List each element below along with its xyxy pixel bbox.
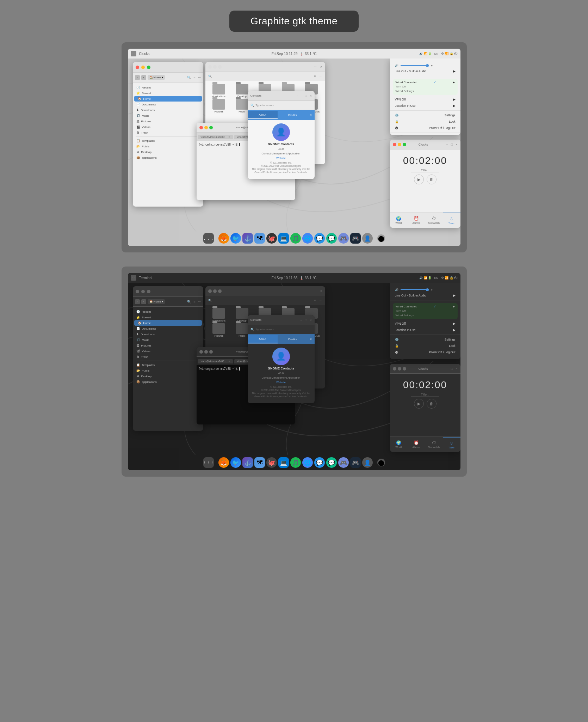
dock-firefox[interactable]: 🦊 — [218, 233, 229, 244]
dark-sidebar-desktop[interactable]: 🖥Desktop — [133, 373, 203, 379]
dark-dock-spotify[interactable]: 🎵 — [290, 457, 301, 468]
term-max[interactable] — [209, 126, 213, 129]
dark-dock-element[interactable]: 💬 — [326, 457, 337, 468]
app-grid-icon[interactable]: ⋮⋮ — [131, 51, 136, 56]
contacts-close[interactable]: × — [310, 113, 312, 117]
sidebar-music[interactable]: 🎵Music — [133, 113, 203, 118]
dark-contacts-search[interactable]: 🔍 Type to search — [248, 325, 315, 334]
power-off-item[interactable]: ⏻ Power Off / Log Out — [390, 125, 460, 131]
dark-sidebar-documents[interactable]: 📄Documents — [133, 326, 203, 331]
dark-min-btn[interactable] — [141, 290, 145, 293]
dark-turn-off[interactable]: Turn Off — [396, 308, 455, 313]
dock-apps[interactable]: ⋮⋮⋮ — [203, 233, 214, 244]
dark-nav-forward[interactable]: › — [141, 299, 146, 304]
sidebar-public[interactable]: 📂Public — [133, 143, 203, 149]
dark-dock-apps[interactable]: ⋮⋮⋮ — [203, 457, 214, 468]
dock-github[interactable]: 🐙 — [266, 233, 277, 244]
close-btn[interactable] — [136, 66, 139, 69]
dark-close-btn[interactable] — [136, 290, 139, 293]
sidebar-documents[interactable]: 📄Documents — [133, 102, 203, 107]
dark-fm-max[interactable] — [218, 289, 222, 293]
dark-contacts-tab-credits[interactable]: Credits — [278, 336, 308, 343]
volume-slider[interactable] — [401, 65, 429, 66]
dark-clock-title-input[interactable] — [411, 393, 439, 397]
clock-title-input[interactable] — [411, 169, 439, 172]
turn-off[interactable]: Turn Off — [396, 84, 455, 89]
dark-dock-minimize[interactable]: ⬤ — [377, 459, 385, 466]
terminal-tab-1[interactable]: vince@vince-ms7c88:~ × — [198, 135, 233, 139]
dark-term-max[interactable] — [209, 350, 213, 354]
dark-volume-slider[interactable] — [401, 289, 429, 290]
sidebar-videos[interactable]: 🎬Videos — [133, 124, 203, 130]
dark-audio-output[interactable]: Line Out - Built-in Audio ▶ — [390, 292, 460, 299]
search-btn[interactable]: 🔍 — [187, 76, 191, 79]
dark-sidebar-trash[interactable]: 🗑Trash — [133, 354, 203, 360]
sidebar-home[interactable]: 🏠Home — [134, 96, 202, 102]
dark-dock-vsc[interactable]: 💻 — [278, 457, 289, 468]
sidebar-desktop[interactable]: 🖥Desktop — [133, 149, 203, 155]
dark-dock-discord[interactable]: 🎮 — [338, 457, 349, 468]
contacts-close-x[interactable]: × — [310, 94, 311, 98]
dark-location-in-use[interactable]: Location In Use ▶ — [390, 327, 460, 333]
dark-app-grid[interactable]: ⋮⋮ — [131, 275, 136, 281]
location-in-use[interactable]: Location In Use ▶ — [390, 103, 460, 109]
nav-back[interactable]: ‹ — [135, 75, 140, 80]
dark-search-btn[interactable]: 🔍 — [187, 300, 191, 304]
dock-user-icon[interactable]: 👤 — [362, 233, 373, 244]
minimize-btn[interactable] — [141, 66, 145, 69]
more-btn[interactable]: ⋯ — [198, 76, 201, 79]
dark-fm-close-x[interactable]: × — [320, 289, 322, 293]
dark-clocks-tab-world[interactable]: 🌍 World — [390, 437, 408, 452]
sidebar-recent[interactable]: 🕐Recent — [133, 85, 203, 90]
dock-steam-app[interactable]: 🎮 — [350, 233, 361, 244]
dark-sidebar-public[interactable]: 📂Public — [133, 368, 203, 373]
dock-endeavour[interactable]: ⚓ — [242, 233, 253, 244]
dark-sidebar-downloads[interactable]: ⬇Downloads — [133, 331, 203, 337]
clock-reset-btn[interactable]: ▶ — [414, 175, 424, 184]
clocks-tab-alarms[interactable]: ⏰ Alarms — [408, 213, 425, 228]
dark-power-off-item[interactable]: ⏻ Power Off / Log Out — [390, 349, 460, 355]
dark-more-btn[interactable]: ⋯ — [198, 300, 201, 304]
dock-vsc[interactable]: 💻 — [278, 233, 289, 244]
dark-dock-github[interactable]: 🐙 — [266, 457, 277, 468]
contacts-tab-about[interactable]: About — [248, 111, 278, 119]
dark-sidebar-pictures[interactable]: 🖼Pictures — [133, 343, 203, 348]
dock-thunderbird[interactable]: 🐦 — [230, 233, 241, 244]
file-applications[interactable]: Applications — [208, 84, 230, 98]
dark-dock-thunderbird[interactable]: 🐦 — [230, 457, 241, 468]
sidebar-applications[interactable]: 📦applications — [133, 155, 203, 160]
dark-nav-home[interactable]: 🏠 Home ▾ — [148, 299, 165, 304]
settings-item[interactable]: ⚙️ Settings — [390, 112, 460, 118]
term-min[interactable] — [204, 126, 208, 129]
dark-dock-endeavour[interactable]: ⚓ — [242, 457, 253, 468]
lock-item[interactable]: 🔒 Lock — [390, 118, 460, 125]
dark-dock-user[interactable]: 👤 — [362, 457, 373, 468]
dark-terminal-tab-1[interactable]: vince@vince-ms7c88:~ × — [198, 359, 233, 363]
dark-lock-item[interactable]: 🔒 Lock — [390, 343, 460, 349]
dark-max-btn[interactable] — [147, 290, 150, 293]
dark-sidebar-recent[interactable]: 🕐Recent — [133, 309, 203, 314]
dark-contacts-close-x[interactable]: × — [310, 318, 311, 322]
clock-delete-btn[interactable]: 🗑 — [427, 175, 437, 184]
clocks-min[interactable] — [398, 143, 401, 146]
dark-contact-website[interactable]: Website — [276, 381, 286, 384]
contacts-search[interactable]: 🔍 Type to search — [248, 101, 315, 110]
dark-dock-maps[interactable]: 🗺 — [254, 457, 265, 468]
dark-wired-settings[interactable]: Wired Settings — [396, 313, 455, 318]
sidebar-downloads[interactable]: ⬇Downloads — [133, 107, 203, 113]
dock-spotify[interactable]: 🎵 — [290, 233, 301, 244]
dark-sidebar-templates[interactable]: 📋Templates — [133, 362, 203, 368]
dark-term-min[interactable] — [204, 350, 208, 354]
sidebar-pictures[interactable]: 🖼Pictures — [133, 118, 203, 124]
sidebar-starred[interactable]: ⭐Starred — [133, 90, 203, 96]
dark-clocks-close[interactable] — [393, 367, 396, 371]
dark-clocks-tab-alarms[interactable]: ⏰ Alarms — [408, 437, 425, 452]
view-btn[interactable]: ≡ — [193, 76, 195, 79]
clocks-tab-timer[interactable]: ⏲ Timer — [443, 213, 460, 228]
dark-sidebar-starred[interactable]: ⭐Starred — [133, 314, 203, 320]
dark-sidebar-music[interactable]: 🎵Music — [133, 337, 203, 343]
dark-dock-firefox[interactable]: 🦊 — [218, 457, 229, 468]
dark-vpn-off[interactable]: VPN Off ▶ — [390, 320, 460, 327]
sidebar-trash[interactable]: 🗑Trash — [133, 130, 203, 135]
file-pictures[interactable]: Pictures — [208, 99, 230, 113]
